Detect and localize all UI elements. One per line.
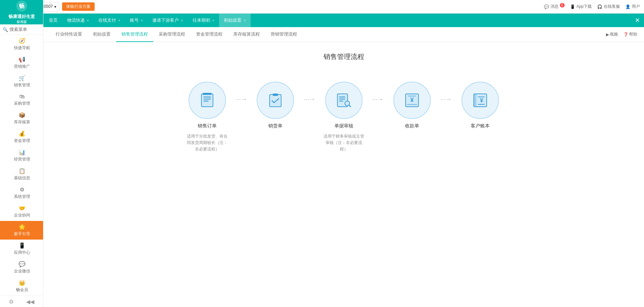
collapse-icon[interactable]: ◀◀	[26, 299, 34, 305]
nav-tabs: 首页物流快递×在线支付×账号×邀请下游客户×往来期初×初始设置× ✕	[0, 14, 644, 27]
sidebar-item-label-marketing-promo: 营销推广	[14, 64, 30, 69]
sidebar-item-purchase-mgmt[interactable]: 🛍采购管理	[0, 91, 43, 109]
user-name-label: 用户	[632, 4, 640, 9]
sidebar-item-quick-nav[interactable]: 🧭快捷导航	[0, 35, 43, 54]
flow-node-sales-invoice[interactable]: 销货单	[248, 82, 303, 129]
sub-tab-资金管理流程[interactable]: 资金管理流程	[191, 27, 228, 42]
nav-tab-初始设置[interactable]: 初始设置×	[219, 14, 250, 27]
sidebar-item-vip[interactable]: 👑畅会员	[0, 277, 43, 295]
nav-tab-close-icon[interactable]: ×	[243, 18, 246, 22]
nav-tab-在线支付[interactable]: 在线支付×	[94, 14, 125, 27]
help-btn[interactable]: ❓ 帮助	[623, 32, 637, 37]
svg-rect-10	[339, 97, 345, 98]
sidebar-item-icon-quick-nav: 🧭	[19, 38, 25, 44]
help-label: 帮助	[629, 32, 637, 37]
nav-tab-label: 邀请下游客户	[152, 17, 179, 23]
sub-tab-初始设置[interactable]: 初始设置	[87, 27, 116, 42]
svg-text:¥: ¥	[410, 97, 414, 103]
sidebar-item-icon-sales-mgmt: 🛒	[19, 75, 25, 81]
svg-rect-5	[203, 101, 209, 102]
sub-tabs: 行业特性设置初始设置销售管理流程采购管理流程资金管理流程库存核算流程营销管理流程…	[43, 27, 644, 42]
sidebar-item-icon-enterprise-collab: 🤝	[19, 205, 25, 211]
sidebar-item-app-center[interactable]: 📱应用中心	[0, 240, 43, 258]
flow-diagram: 销售订单 适用于分批发货、有合同发货周期较长（注：非必要流程） ···→ 销货单…	[50, 82, 637, 153]
message-icon: 💬	[544, 4, 549, 9]
sidebar-item-label-vip: 畅会员	[16, 287, 28, 293]
sidebar-item-label-enterprise-collab: 企业协同	[14, 212, 30, 218]
online-service-btn[interactable]: 🎧 在线客服	[597, 4, 620, 9]
video-help-btn[interactable]: ▶ 视频	[606, 32, 618, 37]
sidebar-item-inventory[interactable]: 📦库存核算	[0, 109, 43, 128]
nav-tab-label: 在线支付	[98, 17, 116, 23]
sidebar-item-label-app-center: 应用中心	[14, 250, 30, 255]
flow-node-doc-review[interactable]: 单据审核 适用于财务审核或主管审核（注：非必要流程）	[317, 82, 371, 153]
sidebar-item-new-guide[interactable]: 🌟新手引导	[0, 221, 43, 240]
sidebar-item-enterprise-collab[interactable]: 🤝企业协同	[0, 202, 43, 221]
flow-label-doc-review: 单据审核	[334, 123, 353, 129]
sidebar-item-sales-mgmt[interactable]: 🛒销售管理	[0, 72, 43, 91]
sidebar-search[interactable]: 🔍 搜索菜单	[0, 24, 43, 35]
sidebar-item-basic-info[interactable]: 📋基础信息	[0, 165, 43, 184]
message-badge: 6	[560, 3, 565, 7]
app-download-label: App下载	[577, 4, 592, 9]
sidebar-item-marketing-promo[interactable]: 📢营销推广	[0, 54, 43, 72]
sidebar: 畅 畅康通好生意 标准版 🔍 搜索菜单 🧭快捷导航📢营销推广🛒销售管理🛍采购管理…	[0, 0, 43, 307]
svg-rect-2	[201, 94, 213, 107]
settings-icon[interactable]: ⚙	[9, 299, 14, 305]
nav-tabs-container: 首页物流快递×在线支付×账号×邀请下游客户×往来期初×初始设置×	[44, 14, 251, 27]
flow-arrow-4: ···→	[439, 82, 453, 103]
sidebar-items: 🧭快捷导航📢营销推广🛒销售管理🛍采购管理📦库存核算💰资金管理📊经营管理📋基础信息…	[0, 35, 43, 295]
nav-tab-账号[interactable]: 账号×	[125, 14, 148, 27]
svg-rect-12	[339, 101, 343, 102]
sidebar-item-label-sys-mgmt: 系统管理	[14, 194, 30, 200]
sidebar-item-finance-mgmt[interactable]: 💰资金管理	[0, 128, 43, 146]
sub-tab-销售管理流程[interactable]: 销售管理流程	[116, 27, 153, 42]
sub-tab-行业特性设置[interactable]: 行业特性设置	[50, 27, 87, 42]
nav-close-btn[interactable]: ✕	[635, 17, 644, 24]
flow-circle-receipt: ¥	[393, 82, 431, 119]
flow-node-customer-ledger[interactable]: ¥ 客户账本	[453, 82, 507, 129]
nav-tab-物流快递[interactable]: 物流快递×	[62, 14, 94, 27]
nav-tab-close-icon[interactable]: ×	[118, 18, 120, 22]
nav-tab-close-icon[interactable]: ×	[87, 18, 89, 22]
sidebar-item-sys-mgmt[interactable]: ⚙系统管理	[0, 184, 43, 202]
headset-icon: 🎧	[597, 4, 602, 9]
sidebar-item-icon-purchase-mgmt: 🛍	[19, 94, 25, 100]
flow-node-sales-order[interactable]: 销售订单 适用于分批发货、有合同发货周期较长（注：非必要流程）	[180, 82, 234, 153]
sidebar-logo: 畅 畅康通好生意 标准版	[0, 0, 43, 24]
nav-tab-close-icon[interactable]: ×	[181, 18, 183, 22]
nav-tab-close-icon[interactable]: ×	[141, 18, 143, 22]
flow-circle-sales-order	[189, 82, 226, 119]
nav-tab-label: 往来期初	[193, 17, 210, 23]
nav-tab-label: 物流快递	[67, 17, 85, 23]
nav-tab-close-icon[interactable]: ×	[212, 18, 214, 22]
message-btn[interactable]: 💬 消息 6	[544, 4, 565, 9]
logo-text-main: 畅康通好生意	[8, 14, 35, 20]
svg-rect-18	[408, 96, 416, 97]
flow-arrow-3: ···→	[371, 82, 385, 103]
nav-tab-往来期初[interactable]: 往来期初×	[188, 14, 219, 27]
trial-btn[interactable]: 体验行业方案	[62, 2, 95, 11]
flow-node-receipt[interactable]: ¥ 收款单	[385, 82, 439, 129]
svg-rect-22	[478, 97, 485, 97]
sub-tab-采购管理流程[interactable]: 采购管理流程	[153, 27, 191, 42]
download-icon: 📱	[570, 4, 575, 9]
sidebar-item-icon-sys-mgmt: ⚙	[20, 186, 24, 193]
sidebar-item-icon-business-mgmt: 📊	[19, 149, 25, 156]
sub-tab-库存核算流程[interactable]: 库存核算流程	[228, 27, 265, 42]
nav-tab-邀请下游客户[interactable]: 邀请下游客户×	[148, 14, 188, 27]
sidebar-item-enterprise-wechat[interactable]: 💬企业微信	[0, 258, 43, 277]
flow-label-sales-invoice: 销货单	[268, 123, 282, 129]
sidebar-item-business-mgmt[interactable]: 📊经营管理	[0, 146, 43, 165]
nav-tab-label: 初始设置	[224, 17, 241, 23]
svg-rect-8	[273, 94, 278, 96]
sub-tab-营销管理流程[interactable]: 营销管理流程	[265, 27, 303, 42]
app-download-btn[interactable]: 📱 App下载	[570, 4, 592, 9]
sub-tabs-container: 行业特性设置初始设置销售管理流程采购管理流程资金管理流程库存核算流程营销管理流程	[50, 27, 303, 42]
sidebar-item-icon-marketing-promo: 📢	[19, 56, 25, 63]
sidebar-item-label-new-guide: 新手引导	[14, 231, 30, 237]
sidebar-item-label-finance-mgmt: 资金管理	[14, 138, 30, 144]
user-avatar-btn[interactable]: 👤 用户	[625, 4, 640, 9]
nav-tab-首页[interactable]: 首页	[44, 14, 62, 27]
chevron-down-icon: ▾	[54, 4, 56, 9]
